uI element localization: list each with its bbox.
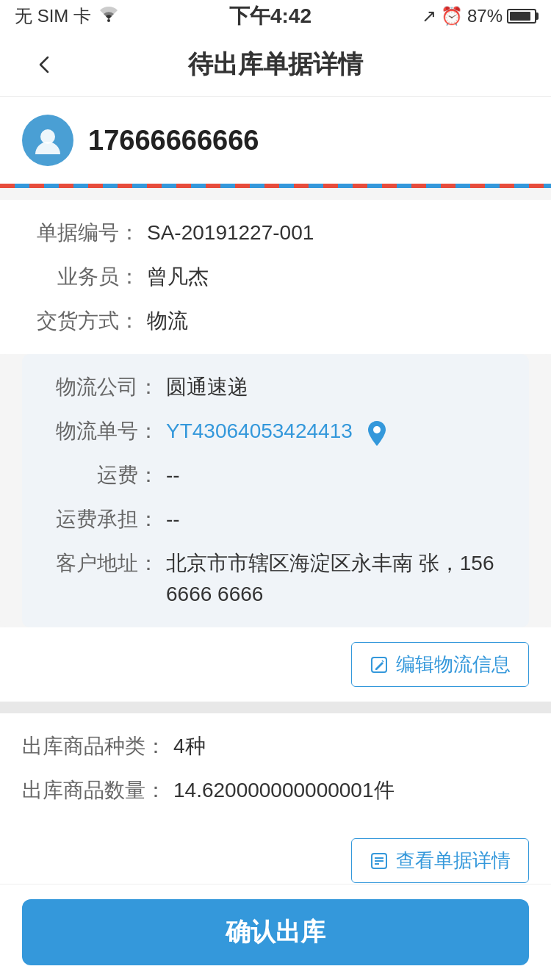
delivery-label: 交货方式： [22,306,140,336]
logistics-tracking-row: 物流单号： YT43064053424413 [41,416,510,447]
logistics-company-value: 圆通速递 [159,372,510,403]
page-title: 待出库单据详情 [66,48,485,82]
address-label: 客户地址： [41,548,159,579]
customer-section: 17666666666 [0,97,551,184]
logistics-company-row: 物流公司： 圆通速递 [41,372,510,403]
back-button[interactable] [22,43,66,87]
edit-logistics-button[interactable]: 编辑物流信息 [351,642,529,687]
product-type-label: 出库商品种类： [22,731,166,762]
avatar [22,115,73,166]
order-no-row: 单据编号： SA-20191227-001 [22,217,529,248]
product-section: 出库商品种类： 4种 出库商品数量： 14.620000000000001件 [0,713,551,824]
order-no-value: SA-20191227-001 [140,217,529,248]
confirm-outbound-button[interactable]: 确认出库 [22,899,529,965]
freight-value: -- [159,460,510,491]
product-quantity-row: 出库商品数量： 14.620000000000001件 [22,775,529,806]
address-row: 客户地址： 北京市市辖区海淀区永丰南 张，156 6666 6666 [41,548,510,610]
dashed-divider [0,184,551,188]
order-info-section: 单据编号： SA-20191227-001 业务员： 曾凡杰 交货方式： 物流 [0,200,551,354]
svg-point-2 [373,426,381,433]
battery-icon [507,9,536,24]
carrier-text: 无 SIM 卡 [15,4,91,28]
logistics-card-wrapper: 物流公司： 圆通速递 物流单号： YT43064053424413 运费： [0,354,551,627]
salesman-label: 业务员： [22,262,140,292]
wifi-icon [98,6,119,26]
freight-bearer-row: 运费承担： -- [41,504,510,535]
view-detail-button[interactable]: 查看单据详情 [351,838,529,883]
logistics-company-label: 物流公司： [41,372,159,403]
product-quantity-label: 出库商品数量： [22,775,166,806]
delivery-row: 交货方式： 物流 [22,306,529,336]
svg-point-0 [107,19,110,22]
status-right: ↗ ⏰ 87% [422,6,536,26]
confirm-btn-area: 确认出库 [0,884,551,980]
address-value: 北京市市辖区海淀区永丰南 张，156 6666 6666 [159,548,510,610]
logistics-tracking-label: 物流单号： [41,416,159,447]
salesman-value: 曾凡杰 [140,262,529,292]
delivery-value: 物流 [140,306,529,336]
battery-percent: 87% [467,6,503,26]
nav-bar: 待出库单据详情 [0,32,551,97]
freight-row: 运费： -- [41,460,510,491]
time-display: 下午4:42 [229,2,311,30]
logistics-tracking-value: YT43064053424413 [159,416,510,447]
alarm-icon: ⏰ [441,6,463,26]
edit-btn-row: 编辑物流信息 [0,627,551,702]
section-separator [0,702,551,713]
freight-label: 运费： [41,460,159,491]
freight-bearer-value: -- [159,504,510,535]
logistics-inner-card: 物流公司： 圆通速递 物流单号： YT43064053424413 运费： [22,354,529,627]
salesman-row: 业务员： 曾凡杰 [22,262,529,292]
order-no-label: 单据编号： [22,217,140,248]
product-quantity-value: 14.620000000000001件 [166,775,529,806]
product-type-value: 4种 [166,731,529,762]
customer-phone: 17666666666 [88,125,259,156]
location-status-icon: ↗ [422,6,436,26]
status-bar: 无 SIM 卡 下午4:42 ↗ ⏰ 87% [0,0,551,32]
product-type-row: 出库商品种类： 4种 [22,731,529,762]
status-left: 无 SIM 卡 [15,4,119,28]
map-pin-icon[interactable] [366,419,388,446]
freight-bearer-label: 运费承担： [41,504,159,535]
